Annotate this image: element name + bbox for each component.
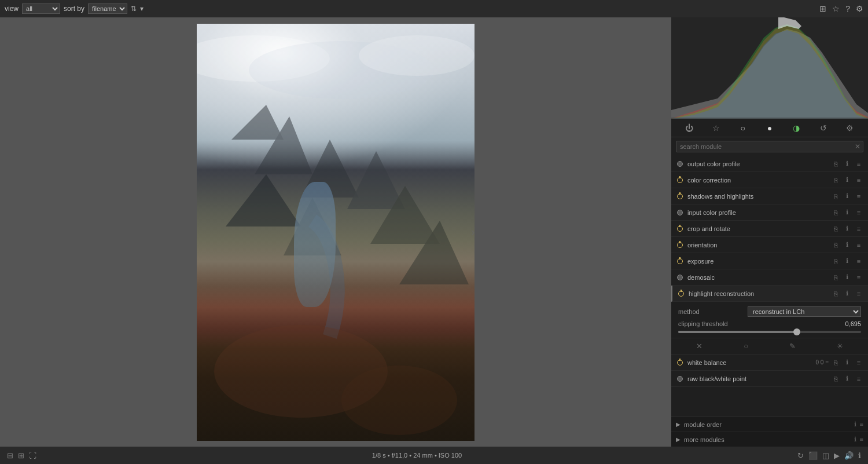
module-copy-icon[interactable]: ⎘ — [831, 160, 840, 167]
power-on-icon — [677, 226, 683, 232]
panel-toggle-arrow[interactable]: › — [472, 227, 475, 238]
footer-left: ⊟ ⊞ ⛶ — [7, 451, 36, 460]
module-copy-icon[interactable]: ⎘ — [831, 193, 840, 200]
module-actions: ⎘ ℹ ≡ — [831, 273, 863, 281]
module-menu-icon[interactable]: ≡ — [854, 290, 863, 297]
module-menu-icon[interactable]: ≡ — [854, 177, 863, 184]
module-info-icon[interactable]: ℹ — [843, 359, 852, 366]
hist-waveform-icon[interactable]: ○ — [737, 123, 749, 133]
power-dot-icon — [677, 275, 683, 280]
more-modules-menu-icon[interactable]: ≡ — [860, 436, 863, 443]
search-container: ✕ — [676, 141, 863, 152]
search-input[interactable] — [676, 141, 852, 152]
split-view-icon[interactable]: ◫ — [822, 451, 829, 460]
hr-cross-icon[interactable]: ✕ — [696, 342, 703, 350]
module-item-raw-black-white-point[interactable]: raw black/white point ⎘ ℹ ≡ — [671, 371, 868, 387]
fullscreen-icon[interactable]: ⛶ — [29, 451, 36, 460]
search-clear-icon[interactable]: ✕ — [852, 143, 863, 151]
module-info-icon[interactable]: ℹ — [843, 241, 852, 249]
play-icon[interactable]: ▶ — [834, 451, 840, 460]
module-order-menu-icon[interactable]: ≡ — [860, 421, 863, 428]
sort-select[interactable]: filename date rating — [88, 3, 127, 14]
module-info-icon[interactable]: ℹ — [843, 176, 852, 184]
module-name-input-color-profile: input color profile — [687, 209, 831, 216]
module-item-white-balance[interactable]: white balance 0 0 = ⎘ ℹ ≡ — [671, 355, 868, 371]
focal-length-value: 24 mm — [413, 452, 433, 459]
module-copy-icon[interactable]: ⎘ — [831, 258, 840, 265]
module-item-input-color-profile[interactable]: input color profile ⎘ ℹ ≡ — [671, 204, 868, 221]
module-menu-icon[interactable]: ≡ — [854, 274, 863, 281]
module-menu-icon[interactable]: ≡ — [854, 193, 863, 200]
help-icon[interactable]: ? — [845, 4, 850, 13]
module-menu-icon[interactable]: ≡ — [854, 359, 863, 366]
module-item-demosaic[interactable]: demosaic ⎘ ℹ ≡ — [671, 269, 868, 286]
color-picker-icon[interactable]: ⬛ — [808, 451, 818, 460]
module-info-icon[interactable]: ℹ — [843, 273, 852, 281]
loop-icon[interactable]: ↻ — [797, 451, 804, 460]
module-actions: ⎘ ℹ ≡ — [831, 176, 863, 184]
module-actions: ⎘ ℹ ≡ — [831, 160, 863, 167]
module-info-icon[interactable]: ℹ — [843, 257, 852, 265]
hist-star-icon[interactable]: ☆ — [710, 123, 722, 133]
compare-icon[interactable]: ⊞ — [18, 451, 24, 460]
clipping-slider-thumb[interactable] — [793, 328, 800, 335]
module-copy-icon[interactable]: ⎘ — [831, 177, 840, 184]
module-item-crop-and-rotate[interactable]: crop and rotate ⎘ ℹ ≡ — [671, 221, 868, 237]
hist-color-icon[interactable]: ◑ — [790, 123, 802, 133]
module-item-shadows-and-highlights[interactable]: shadows and highlights ⎘ ℹ ≡ — [671, 188, 868, 204]
more-modules-section[interactable]: ▶ more modules ℹ ≡ — [671, 432, 868, 447]
star-rating-icon[interactable]: ☆ — [832, 4, 840, 13]
module-menu-icon[interactable]: ≡ — [854, 160, 863, 167]
module-item-color-correction[interactable]: color correction ⎘ ℹ ≡ — [671, 172, 868, 188]
module-info-icon[interactable]: ℹ — [843, 160, 852, 167]
sort-direction-icon[interactable]: ⇅ — [131, 5, 137, 13]
sort-toggle-icon[interactable]: ▾ — [140, 5, 144, 13]
more-modules-info-icon[interactable]: ℹ — [854, 436, 856, 443]
hr-brush-icon[interactable]: ✎ — [789, 342, 796, 350]
method-select[interactable]: reconstruct in LCh clip highlights recon… — [748, 306, 861, 317]
module-menu-icon[interactable]: ≡ — [854, 242, 863, 249]
hr-asterisk-icon[interactable]: ✳ — [837, 342, 843, 350]
module-menu-icon[interactable]: ≡ — [854, 375, 863, 382]
module-order-info-icon[interactable]: ℹ — [854, 421, 856, 428]
module-info-icon[interactable]: ℹ — [843, 375, 852, 382]
module-info-icon[interactable]: ℹ — [843, 290, 852, 297]
module-item-highlight-reconstruction[interactable]: highlight reconstruction ⎘ ℹ ≡ — [671, 286, 868, 302]
module-copy-icon[interactable]: ⎘ — [831, 225, 840, 232]
module-actions: ⎘ ℹ ≡ — [831, 359, 863, 366]
preferences-icon[interactable]: ⚙ — [856, 4, 863, 13]
module-menu-icon[interactable]: ≡ — [854, 209, 863, 216]
white-balance-suffix: 0 0 = — [815, 359, 829, 366]
module-copy-icon[interactable]: ⎘ — [831, 375, 840, 382]
sort-label: sort by — [64, 5, 84, 13]
hist-power-icon[interactable]: ⏻ — [683, 123, 695, 133]
module-name-highlight-reconstruction: highlight reconstruction — [689, 290, 831, 297]
module-menu-icon[interactable]: ≡ — [854, 225, 863, 232]
filmstrip-icon[interactable]: ⊟ — [7, 451, 13, 460]
module-order-section[interactable]: ▶ module order ℹ ≡ — [671, 416, 868, 432]
module-copy-icon[interactable]: ⎘ — [831, 290, 840, 297]
module-item-output-color-profile[interactable]: output color profile ⎘ ℹ ≡ — [671, 156, 868, 172]
clipping-slider-container — [678, 331, 861, 333]
audio-icon[interactable]: 🔊 — [844, 451, 854, 460]
hist-settings-icon[interactable]: ⚙ — [844, 123, 856, 133]
hist-rgb-icon[interactable]: ● — [764, 123, 775, 133]
module-copy-icon[interactable]: ⎘ — [831, 359, 840, 366]
module-info-icon[interactable]: ℹ — [843, 225, 852, 232]
module-actions: ⎘ ℹ ≡ — [831, 225, 863, 232]
module-item-orientation[interactable]: orientation ⎘ ℹ ≡ — [671, 237, 868, 253]
hist-refresh-icon[interactable]: ↺ — [818, 123, 829, 133]
module-item-exposure[interactable]: exposure ⎘ ℹ ≡ — [671, 253, 868, 269]
module-power-crop — [676, 225, 684, 233]
more-modules-actions: ℹ ≡ — [854, 436, 863, 443]
module-copy-icon[interactable]: ⎘ — [831, 209, 840, 216]
hr-circle-icon[interactable]: ○ — [744, 342, 748, 350]
module-info-icon[interactable]: ℹ — [843, 209, 852, 216]
filter-select[interactable]: all starred rejected — [22, 3, 60, 14]
module-copy-icon[interactable]: ⎘ — [831, 274, 840, 281]
module-menu-icon[interactable]: ≡ — [854, 258, 863, 265]
info-icon[interactable]: ℹ — [858, 451, 861, 460]
grid-view-icon[interactable]: ⊞ — [819, 4, 826, 13]
module-info-icon[interactable]: ℹ — [843, 192, 852, 200]
module-copy-icon[interactable]: ⎘ — [831, 242, 840, 249]
